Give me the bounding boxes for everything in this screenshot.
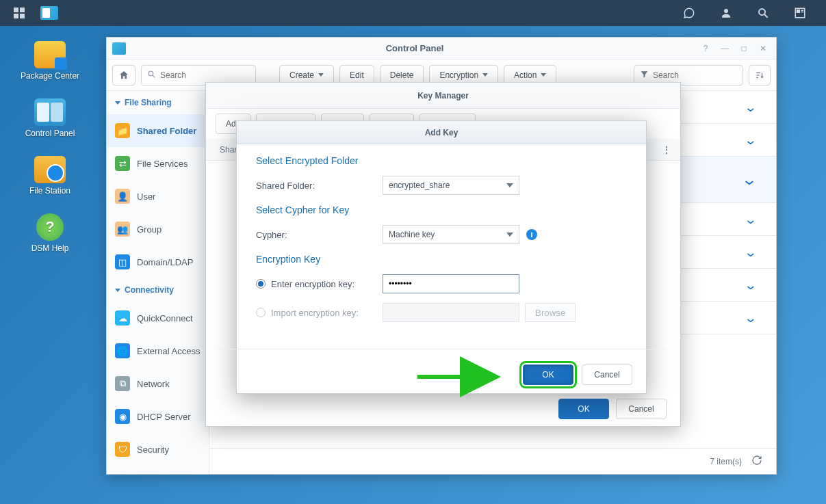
sidebar-item-external-access[interactable]: 🌐External Access: [107, 334, 209, 367]
sidebar-item-quickconnect[interactable]: ☁QuickConnect: [107, 302, 209, 334]
section-connectivity[interactable]: Connectivity: [107, 278, 209, 302]
search-button[interactable]: [749, 0, 777, 26]
chevron-down-icon: ⌄: [741, 171, 757, 189]
section-encrypted-folder: Select Encrypted Folder: [256, 155, 627, 170]
enter-key-label[interactable]: Enter encryption key:: [256, 279, 383, 289]
svg-line-12: [153, 75, 155, 77]
taskbar: [0, 0, 826, 26]
svg-line-6: [764, 14, 768, 18]
item-count: 7 item(s): [710, 457, 742, 466]
maximize-button[interactable]: □: [736, 44, 751, 53]
km-ok-button[interactable]: OK: [558, 399, 609, 419]
sidebar-item-domain-ldap[interactable]: ◫Domain/LDAP: [107, 246, 209, 278]
import-key-input: [383, 303, 519, 322]
sidebar-label: External Access: [137, 346, 201, 356]
dsm-help-icon[interactable]: ?DSM Help: [21, 213, 79, 253]
chevron-down-icon: ⌄: [744, 310, 758, 326]
radio-enter-key[interactable]: [256, 279, 266, 289]
taskbar-app-control-panel[interactable]: [36, 0, 63, 26]
help-window-button[interactable]: ?: [698, 44, 713, 53]
chevron-down-icon: ⌄: [744, 212, 758, 227]
sidebar-label: Security: [137, 445, 169, 455]
right-search-input[interactable]: [653, 70, 728, 80]
km-cancel-button[interactable]: Cancel: [616, 399, 667, 419]
svg-point-5: [759, 9, 765, 15]
cypher-value: Machine key: [389, 230, 435, 239]
minimize-button[interactable]: —: [717, 44, 732, 53]
sidebar-item-shared-folder[interactable]: 📁Shared Folder: [107, 114, 209, 147]
desktop-icons: Package Center Control Panel File Statio…: [21, 41, 79, 253]
main-menu-button[interactable]: [5, 0, 33, 26]
search-icon: [147, 70, 156, 81]
external-access-icon: 🌐: [115, 343, 130, 358]
km-footer-buttons: OK Cancel: [558, 399, 667, 419]
security-icon: 🛡: [115, 442, 130, 457]
window-title: Control Panel: [131, 43, 698, 53]
file-station-icon[interactable]: File Station: [21, 156, 79, 196]
add-key-ok-button[interactable]: OK: [523, 364, 573, 385]
add-key-body: Select Encrypted Folder Shared Folder: e…: [237, 144, 646, 343]
chevron-down-icon: ⌄: [744, 278, 758, 293]
import-key-label[interactable]: Import encryption key:: [256, 308, 383, 318]
sidebar-label: User: [137, 191, 155, 202]
svg-rect-3: [20, 14, 25, 18]
sort-button[interactable]: [749, 65, 771, 85]
svg-rect-8: [797, 10, 800, 13]
left-search-input[interactable]: [160, 70, 242, 80]
chevron-down-icon: ⌄: [744, 133, 758, 148]
sidebar-label: Shared Folder: [137, 126, 196, 136]
notifications-button[interactable]: [675, 0, 703, 26]
sidebar-label: Domain/LDAP: [137, 257, 193, 267]
control-panel-desktop-icon[interactable]: Control Panel: [21, 98, 79, 138]
dhcp-icon: ◉: [115, 409, 130, 424]
column-menu-button[interactable]: ⋮: [662, 145, 671, 155]
dsm-help-label: DSM Help: [31, 243, 69, 253]
user-button[interactable]: [712, 0, 740, 26]
package-center-label: Package Center: [21, 71, 79, 81]
file-station-label: File Station: [29, 186, 70, 196]
radio-import-key-text: Import encryption key:: [271, 308, 359, 318]
sidebar-item-network[interactable]: ⧉Network: [107, 367, 209, 400]
cypher-select[interactable]: Machine key: [383, 225, 519, 244]
window-titlebar[interactable]: Control Panel ? — □ ✕: [107, 38, 776, 59]
user-icon: 👤: [115, 189, 130, 204]
chevron-down-icon: ⌄: [744, 245, 758, 260]
section-file-sharing[interactable]: File Sharing: [107, 91, 209, 114]
encryption-key-input[interactable]: [383, 274, 519, 293]
sidebar-item-security[interactable]: 🛡Security: [107, 433, 209, 466]
control-panel-icon: [40, 6, 58, 20]
window-controls: ? — □ ✕: [698, 44, 771, 53]
chevron-down-icon: ⌄: [744, 100, 758, 115]
window-app-icon: [112, 42, 126, 55]
taskbar-left: [5, 0, 63, 26]
list-footer: 7 item(s): [209, 448, 776, 474]
control-panel-label: Control Panel: [25, 129, 75, 138]
svg-rect-0: [14, 8, 18, 12]
sidebar-label: QuickConnect: [137, 313, 193, 323]
domain-icon: ◫: [115, 254, 130, 269]
widgets-button[interactable]: [786, 0, 814, 26]
radio-import-key[interactable]: [256, 308, 266, 317]
svg-rect-2: [14, 14, 18, 18]
browse-button: Browse: [525, 303, 576, 322]
add-key-footer: OK Cancel: [523, 364, 632, 385]
home-button[interactable]: [112, 65, 135, 85]
section-encryption-key: Encryption Key: [256, 254, 627, 269]
package-center-icon[interactable]: Package Center: [21, 41, 79, 81]
sidebar-item-user[interactable]: 👤User: [107, 180, 209, 213]
add-key-cancel-button[interactable]: Cancel: [582, 364, 632, 385]
refresh-button[interactable]: [751, 455, 762, 468]
funnel-icon: [640, 70, 649, 81]
sidebar-item-dhcp-server[interactable]: ◉DHCP Server: [107, 400, 209, 433]
add-key-dialog: Add Key Select Encrypted Folder Shared F…: [236, 120, 647, 394]
shared-folder-select[interactable]: encrypted_share: [383, 176, 519, 195]
key-manager-title: Key Manager: [206, 83, 680, 109]
sidebar-label: Group: [137, 224, 162, 235]
taskbar-right: [675, 0, 821, 26]
radio-enter-key-text: Enter encryption key:: [271, 279, 354, 289]
group-icon: 👥: [115, 222, 130, 237]
info-icon[interactable]: i: [526, 229, 537, 240]
close-button[interactable]: ✕: [756, 44, 771, 53]
sidebar-item-file-services[interactable]: ⇄File Services: [107, 147, 209, 180]
sidebar-item-group[interactable]: 👥Group: [107, 213, 209, 246]
